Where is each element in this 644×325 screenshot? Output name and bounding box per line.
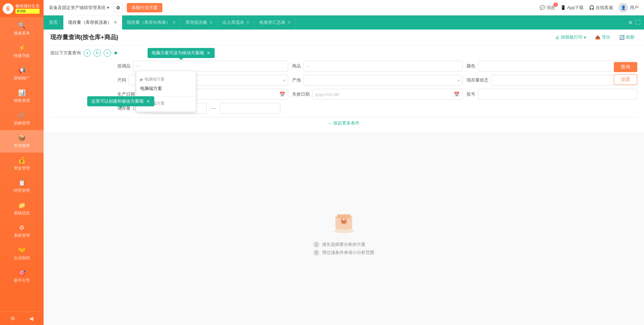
filter-refresh-btn[interactable]: ↻	[94, 49, 101, 57]
filter-dot-indicator	[114, 52, 117, 54]
filter-exp-date-label: 失效日期	[292, 91, 310, 97]
filter-range-dash: —	[211, 105, 216, 111]
message-icon: 💬	[540, 5, 545, 10]
filter-batch-label: 批号	[467, 91, 475, 97]
tab-home[interactable]: 首页	[44, 15, 63, 30]
tab-stock-dist-close[interactable]: ✕	[172, 20, 176, 25]
page-header: 现存量查询(按仓库+商品) 🖨 按模板打印 ▾ 📤 导出 🔄 刷新	[44, 30, 644, 45]
tab-stock-status-label: 现存量（库存状况表）	[68, 19, 112, 25]
message-btn[interactable]: 💬 消息 9	[540, 5, 555, 11]
calendar-icon-2[interactable]: 📅	[454, 92, 460, 97]
logo-badge: 标准版	[15, 9, 40, 14]
tab-spacer	[296, 15, 625, 30]
settings-bottom-icon[interactable]: ⚙	[10, 315, 15, 322]
sidebar: 6 畅销通好生意 标准版 🔍 搜索菜单 ⚡ 快捷导航 📢 营销推广 📊 销售管理…	[0, 0, 44, 325]
service-btn[interactable]: 🎧 在线客服	[589, 5, 613, 11]
logo-icon: 6	[3, 3, 13, 14]
filter-exp-date-field[interactable]: yyyy-mm-dd 📅	[312, 89, 463, 100]
user-menu[interactable]: 👤 用户	[619, 3, 639, 12]
sidebar-item-system[interactable]: ⚙ 系统管理	[0, 220, 44, 242]
system-name-text: 装备及固定资产辅助管理系统	[49, 5, 106, 11]
empty-tip-2: 2 用过滤条件来缩小分析范围	[313, 250, 374, 256]
tab-close-all-btn[interactable]: ✕	[628, 19, 633, 26]
tooltip2-close-btn[interactable]: ✕	[146, 99, 150, 104]
filter-warehouse-label: 按调品	[117, 63, 130, 69]
phone-icon: 📱	[560, 5, 566, 10]
filter-origin-field[interactable]: ▾	[304, 75, 463, 86]
sidebar-item-basic[interactable]: 📁 基础信息	[0, 198, 44, 220]
collapse-bar[interactable]: ︿ 收起更多条件	[50, 117, 637, 129]
calendar-icon-1[interactable]: 📅	[279, 92, 285, 97]
export-btn[interactable]: 📤 导出	[592, 33, 613, 42]
empty-tip-1: 1 请先选择要分析的方案	[313, 241, 374, 248]
print-btn[interactable]: 🖨 按模板打印 ▾	[552, 33, 589, 42]
industry-btn[interactable]: 体验行业方案	[127, 3, 162, 12]
sidebar-item-search[interactable]: 🔍 搜索菜单	[0, 18, 44, 40]
sidebar-item-inventory[interactable]: 📦 库存核算	[0, 130, 44, 153]
refresh-label: 刷新	[626, 34, 635, 40]
empty-tip-2-text: 用过滤条件来缩小分析范围	[322, 250, 374, 256]
page-content: 现存量查询(按仓库+商品) 🖨 按模板打印 ▾ 📤 导出 🔄 刷新	[44, 30, 644, 325]
tab-stock-inout[interactable]: 出入库流水 ✕	[218, 15, 255, 30]
page-actions: 🖨 按模板打印 ▾ 📤 导出 🔄 刷新	[552, 33, 637, 42]
filter-stock-status: 现存量状态 ▾	[467, 75, 637, 86]
tab-stock-summary[interactable]: 收发存汇总表 ✕	[255, 15, 296, 30]
collapse-sidebar-btn[interactable]: ◀	[29, 315, 33, 322]
tab-stock-status-close[interactable]: ✕	[114, 20, 117, 25]
filter-stock-main-to[interactable]	[220, 103, 280, 114]
tab-stock-summary-close[interactable]: ✕	[287, 20, 291, 25]
tab-stock-dist-label: 现存量（库存分布表）	[127, 19, 170, 25]
settings-btn[interactable]: ⚙	[113, 3, 123, 12]
filter-warehouse-field[interactable]: ···	[133, 61, 288, 71]
print-label: 按模板打印	[561, 34, 583, 40]
app-download-btn[interactable]: 📱 App下载	[560, 5, 584, 11]
empty-tip-1-text: 请先选择要分析的方案	[322, 241, 366, 248]
sidebar-item-quick[interactable]: ⚡ 快捷导航	[0, 40, 44, 63]
filter-color-field[interactable]: ▾	[478, 61, 637, 71]
filter-back-btn[interactable]: «	[104, 49, 111, 57]
refresh-icon: 🔄	[619, 35, 625, 40]
filter-add-btn[interactable]: +	[84, 49, 91, 57]
tab-expand-btn[interactable]: ⛶	[635, 19, 641, 25]
scheme-section-desktop-header[interactable]: ▶ 电脑端方案	[136, 75, 196, 84]
system-icon: ⚙	[19, 224, 24, 231]
sidebar-item-marketing[interactable]: 📢 营销推广	[0, 63, 44, 85]
tooltip-scheme-info: 电脑方案可设为移动方案哦 ✕	[148, 48, 215, 58]
tab-stock-batch-close[interactable]: ✕	[209, 20, 213, 25]
tab-stock-batch[interactable]: 库存批次账 ✕	[181, 15, 218, 30]
sidebar-item-operation[interactable]: 📋 经营管理	[0, 175, 44, 198]
refresh-btn[interactable]: 🔄 刷新	[616, 33, 637, 42]
filter-color: 颜色 ▾	[467, 61, 637, 71]
filter-batch-field[interactable]	[478, 89, 637, 100]
filter-area: 按以下方案查询 + ↻ « 电脑方案可设为移动方案哦 ✕ ▶ 电脑端方案	[44, 45, 644, 133]
tooltip1-close-btn[interactable]: ✕	[207, 50, 211, 56]
sidebar-item-sales[interactable]: 📊 销售管理	[0, 85, 44, 108]
dropdown-arrow-icon: ▾	[107, 5, 109, 10]
sidebar-item-guide[interactable]: 🎯 新手引导	[0, 265, 44, 287]
tab-stock-status[interactable]: 现存量（库存状况表） ✕	[63, 15, 122, 30]
tab-home-label: 首页	[49, 19, 58, 25]
system-name-dropdown[interactable]: 装备及固定资产辅助管理系统 ▾	[49, 5, 109, 11]
tooltip1-text: 电脑方案可设为移动方案哦	[152, 50, 204, 56]
sidebar-item-enterprise[interactable]: 🤝 企业协同	[0, 242, 44, 265]
sidebar-item-finance[interactable]: 💰 资金管理	[0, 153, 44, 175]
scheme-item-desktop[interactable]: 电脑端方案	[136, 84, 196, 94]
tab-stock-dist[interactable]: 现存量（库存分布表） ✕	[122, 15, 181, 30]
svg-point-5	[343, 218, 345, 220]
search-btn[interactable]: 查询	[614, 62, 637, 72]
tab-stock-summary-label: 收发存汇总表	[259, 19, 285, 25]
filter-batch: 批号	[467, 89, 637, 100]
tab-stock-inout-close[interactable]: ✕	[246, 20, 250, 25]
collapse-up-icon: ︿	[328, 120, 332, 125]
page-title: 现存量查询(按仓库+商品)	[50, 33, 118, 41]
tab-controls: ✕ ⛶	[625, 15, 644, 30]
tab-stock-inout-label: 出入库流水	[222, 19, 244, 25]
filter-exp-date: 失效日期 yyyy-mm-dd 📅	[292, 89, 463, 100]
filter-goods: 商品 ···	[292, 61, 463, 71]
reset-btn[interactable]: 设置	[614, 74, 637, 85]
sidebar-item-purchase[interactable]: 🛒 采购管理	[0, 108, 44, 130]
filter-goods-field[interactable]: ···	[304, 61, 463, 71]
user-label: 用户	[630, 5, 639, 11]
filter-header-text: 按以下方案查询	[50, 50, 81, 56]
scheme-item1-label: 电脑端方案	[140, 86, 162, 92]
